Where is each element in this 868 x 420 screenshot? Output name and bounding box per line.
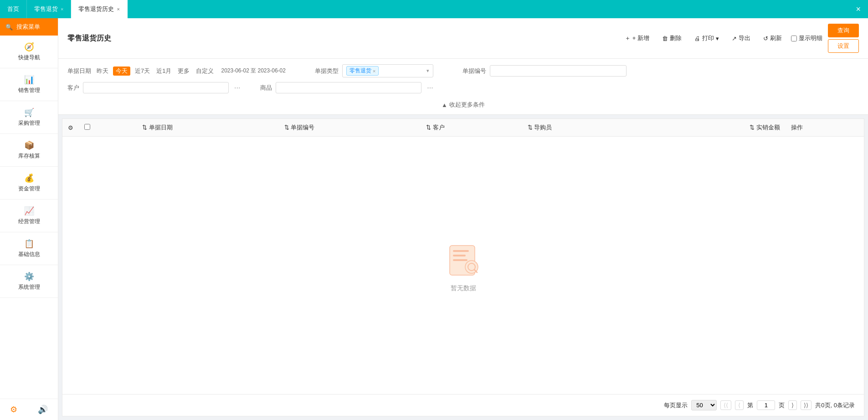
refresh-button[interactable]: ↺ 刷新 [760,32,786,44]
tab-retail-return-history-close[interactable]: × [117,6,119,12]
quick-nav-icon: 🧭 [24,42,34,52]
tab-retail-return[interactable]: 零售退货 × [27,0,71,18]
date-shortcuts: 昨天 今天 近7天 近1月 更多 自定义 [95,67,216,76]
total-info: 共0页, 0条记录 [815,401,855,410]
doc-type-tag-remove[interactable]: × [373,68,375,74]
tab-retail-return-history[interactable]: 零售退货历史 × [71,0,127,18]
main-layout: 🔍 搜索菜单 🧭 快捷导航 📊 销售管理 🛒 采购管理 📦 库存核算 💰 资金管… [0,18,868,420]
filter-row-2: 客户 ··· 商品 ··· [67,82,859,93]
svg-rect-3 [453,259,467,261]
sidebar: 🔍 搜索菜单 🧭 快捷导航 📊 销售管理 🛒 采购管理 📦 库存核算 💰 资金管… [0,18,58,420]
table-header-customer[interactable]: ⇅ 客户 [421,119,522,137]
doc-no-input[interactable] [490,65,627,77]
set-button[interactable]: 设置 [828,39,859,53]
shortcut-yesterday[interactable]: 昨天 [95,67,110,76]
filter-date: 单据日期 昨天 今天 近7天 近1月 更多 自定义 2023-06-02 至 2… [67,67,286,76]
amount-col-icon: ⇅ [750,124,756,131]
svg-rect-1 [453,250,469,252]
sidebar-item-system-label: 系统管理 [18,283,40,291]
empty-state: 暂无数据 [62,137,864,394]
sidebar-bottom: ⚙ 🔊 [0,399,58,420]
system-mgmt-icon: ⚙️ [24,271,34,282]
shortcut-custom[interactable]: 自定义 [194,67,216,76]
doc-type-select-arrow: ▾ [426,68,429,74]
shortcut-today[interactable]: 今天 [113,67,130,76]
topbar: 首页 零售退货 × 零售退货历史 × × [0,0,868,18]
settings-icon[interactable]: ⚙ [10,405,17,415]
goods-input[interactable] [276,82,421,93]
sidebar-item-quick-nav[interactable]: 🧭 快捷导航 [0,36,58,68]
tab-retail-return-label: 零售退货 [34,5,58,13]
shortcut-more[interactable]: 更多 [176,67,191,76]
sidebar-item-operations-label: 经营管理 [18,218,40,225]
content-area: 零售退货历史 ＋ + 新增 🗑 删除 🖨 打印 ▾ ↗ 导出 [58,18,868,420]
shortcut-last7[interactable]: 近7天 [133,67,152,76]
select-all-checkbox[interactable] [84,124,90,130]
prev-page-button[interactable]: ⟨ [735,400,744,410]
customer-col-icon: ⇅ [426,124,433,131]
table-header-guide[interactable]: ⇅ 导购员 [522,119,644,137]
table-header-doc-date[interactable]: ⇅ 单据日期 [137,119,279,137]
sidebar-item-system-mgmt[interactable]: ⚙️ 系统管理 [0,265,58,298]
sidebar-item-inventory[interactable]: 📦 库存核算 [0,134,58,167]
shortcut-last1m[interactable]: 近1月 [154,67,173,76]
export-button[interactable]: ↗ 导出 [728,32,754,44]
page-header: 零售退货历史 ＋ + 新增 🗑 删除 🖨 打印 ▾ ↗ 导出 [58,18,868,59]
sidebar-search-label: 搜索菜单 [16,23,40,31]
guide-col-icon: ⇅ [528,124,534,131]
collapse-button[interactable]: ▲ 收起更多条件 [442,101,485,109]
refresh-icon: ↺ [763,35,768,42]
collapse-row: ▲ 收起更多条件 [67,98,859,109]
next-page-button[interactable]: ⟩ [788,400,797,410]
show-detail-label: 显示明细 [799,34,822,42]
doc-type-tag: 零售退货 × [346,66,379,76]
print-button[interactable]: 🖨 打印 ▾ [691,32,723,44]
customer-search-icon[interactable]: ··· [234,84,240,92]
sidebar-item-inventory-label: 库存核算 [18,152,40,160]
doc-type-label: 单据类型 [315,67,339,75]
empty-illustration [441,239,486,284]
customer-input[interactable] [83,82,229,93]
delete-button[interactable]: 🗑 删除 [658,32,685,44]
show-detail-checkbox[interactable] [791,36,797,41]
window-close-button[interactable]: × [848,5,868,14]
data-table: ⚙ ⇅ 单据日期 ⇅ 单据编号 [62,119,864,137]
table-settings-icon[interactable]: ⚙ [68,124,73,131]
sidebar-search[interactable]: 🔍 搜索菜单 [0,18,58,36]
table-header-row: ⚙ ⇅ 单据日期 ⇅ 单据编号 [62,119,864,137]
goods-search-icon[interactable]: ··· [427,84,433,92]
topbar-tabs: 首页 零售退货 × 零售退货历史 × [0,0,848,18]
page-number-input[interactable] [757,400,775,410]
show-detail-checkbox-label[interactable]: 显示明细 [791,34,822,42]
header-actions: ＋ + 新增 🗑 删除 🖨 打印 ▾ ↗ 导出 ↺ [621,24,859,53]
per-page-select[interactable]: 10 20 50 100 [691,400,717,410]
finance-icon: 💰 [24,173,34,183]
table-header-settings: ⚙ [62,119,79,137]
table-header-actual-amount[interactable]: ⇅ 实销金额 [643,119,786,137]
per-page-label: 每页显示 [664,401,688,410]
search-icon: 🔍 [5,24,13,31]
svg-rect-2 [453,255,466,256]
date-filter-label: 单据日期 [67,67,91,75]
table-header-doc-no[interactable]: ⇅ 单据编号 [279,119,421,137]
doc-type-select[interactable]: 零售退货 × ▾ [342,64,433,77]
filter-customer: 客户 ··· [67,82,240,93]
sidebar-item-finance[interactable]: 💰 资金管理 [0,167,58,200]
tab-home[interactable]: 首页 [0,0,27,18]
sidebar-item-sales-mgmt[interactable]: 📊 销售管理 [0,68,58,101]
query-button[interactable]: 查询 [828,24,859,37]
new-icon: ＋ [625,34,631,42]
sound-icon[interactable]: 🔊 [38,405,48,415]
first-page-button[interactable]: ⟨⟨ [720,400,731,410]
filter-doc-type: 单据类型 零售退货 × ▾ [315,64,433,77]
tab-retail-return-close[interactable]: × [61,6,63,12]
doc-type-tag-label: 零售退货 [349,67,371,75]
goods-label: 商品 [260,84,272,92]
filter-goods: 商品 ··· [260,82,433,93]
sidebar-item-purchase-mgmt[interactable]: 🛒 采购管理 [0,101,58,134]
table-container: ⚙ ⇅ 单据日期 ⇅ 单据编号 [62,118,864,416]
last-page-button[interactable]: ⟩⟩ [801,400,812,410]
sidebar-item-base-info[interactable]: 📋 基础信息 [0,232,58,265]
new-button[interactable]: ＋ + 新增 [621,32,653,44]
sidebar-item-operations[interactable]: 📈 经营管理 [0,200,58,232]
